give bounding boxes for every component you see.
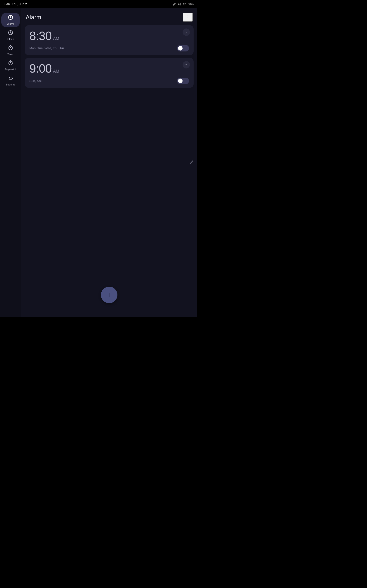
alarm-1-time-container: 9:00 AM xyxy=(29,61,189,75)
pencil-icon xyxy=(173,2,176,6)
alarm-card-0: 8:30 AM Mon, Tue, Wed, Thu, Fri xyxy=(25,25,194,55)
clock-icon xyxy=(8,30,13,37)
alarm-label: Alarm xyxy=(7,23,14,25)
edit-button[interactable] xyxy=(190,160,194,166)
sidebar-item-timer[interactable]: Timer xyxy=(1,43,20,57)
status-time: 9:46 xyxy=(4,2,10,6)
mute-icon xyxy=(177,2,181,6)
wifi-icon xyxy=(183,2,186,6)
alarm-0-time-container: 8:30 AM xyxy=(29,29,189,43)
alarm-1-toggle-thumb xyxy=(178,78,183,83)
overflow-menu-button[interactable]: ⋮ xyxy=(183,13,193,22)
expand-alarm-0-button[interactable] xyxy=(183,28,190,36)
status-date: Thu, Jun 2 xyxy=(12,2,27,6)
fab-icon: + xyxy=(107,291,111,299)
status-left: 9:46 Thu, Jun 2 xyxy=(4,2,27,6)
status-right: 68% xyxy=(173,2,194,6)
sidebar-item-stopwatch[interactable]: Stopwatch xyxy=(1,58,20,73)
alarm-0-time: 8:30 xyxy=(29,29,52,43)
page-title: Alarm xyxy=(26,14,41,21)
alarm-0-days: Mon, Tue, Wed, Thu, Fri xyxy=(29,46,64,50)
alarm-1-ampm: AM xyxy=(53,69,59,74)
alarm-0-toggle-thumb xyxy=(178,46,183,51)
alarm-icon xyxy=(8,15,13,22)
alarm-1-footer: Sun, Sat xyxy=(29,78,189,84)
alarm-0-footer: Mon, Tue, Wed, Thu, Fri xyxy=(29,45,189,52)
status-bar: 9:46 Thu, Jun 2 68% xyxy=(0,0,197,8)
alarms-list: 8:30 AM Mon, Tue, Wed, Thu, Fri xyxy=(21,25,197,88)
timer-label: Timer xyxy=(7,53,14,56)
sidebar: Alarm Clock Timer xyxy=(0,8,21,317)
bedtime-icon xyxy=(8,75,13,82)
sidebar-item-clock[interactable]: Clock xyxy=(1,28,20,42)
alarm-card-1: 9:00 AM Sun, Sat xyxy=(25,58,194,88)
alarm-1-days: Sun, Sat xyxy=(29,79,42,83)
expand-alarm-1-button[interactable] xyxy=(183,61,190,69)
header: Alarm ⋮ xyxy=(21,8,197,25)
battery-level: 68% xyxy=(188,2,194,6)
bedtime-label: Bedtime xyxy=(6,83,15,86)
timer-icon xyxy=(8,45,13,52)
stopwatch-label: Stopwatch xyxy=(5,68,16,71)
alarm-1-time: 9:00 xyxy=(29,61,52,75)
sidebar-item-bedtime[interactable]: Bedtime xyxy=(1,73,20,88)
sidebar-item-alarm[interactable]: Alarm xyxy=(1,13,20,27)
alarm-0-ampm: AM xyxy=(53,36,59,41)
app-container: Alarm Clock Timer xyxy=(0,8,197,317)
alarm-0-toggle[interactable] xyxy=(177,45,189,52)
add-alarm-button[interactable]: + xyxy=(101,287,117,303)
clock-label: Clock xyxy=(7,38,14,40)
stopwatch-icon xyxy=(8,60,13,67)
main-content: Alarm ⋮ 8:30 AM Mon, Tue, Wed, Thu, Fri xyxy=(21,8,197,317)
alarm-1-toggle[interactable] xyxy=(177,78,189,84)
